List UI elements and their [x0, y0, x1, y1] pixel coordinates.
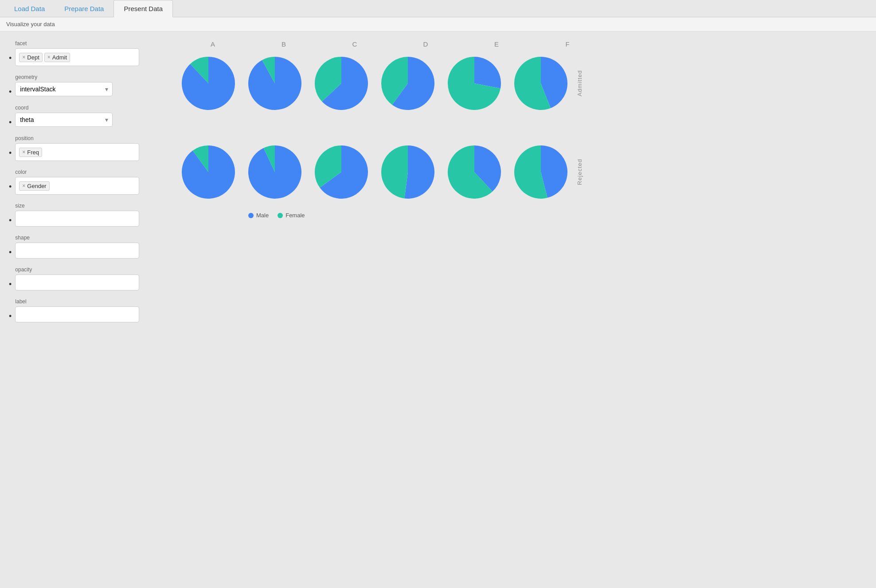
col-header-f: F [532, 40, 603, 48]
chart-row-rejected: Rejected [177, 141, 867, 203]
legend-female: Female [278, 212, 305, 219]
bullet-color: • [9, 182, 12, 192]
pie-0-5 [510, 52, 572, 114]
legend-dot-male [248, 213, 254, 218]
pie-1-4 [443, 141, 505, 203]
tag-dept[interactable]: × Dept [19, 53, 42, 62]
bullet-facet: • [9, 54, 12, 63]
left-panel: • facet × Dept × Admit • geomet [0, 36, 168, 335]
bullet-opacity: • [9, 280, 12, 289]
pie-1-5 [510, 141, 572, 203]
pie-0-0 [177, 52, 239, 114]
bullet-label: • [9, 312, 12, 321]
legend-dot-female [278, 213, 283, 218]
tag-admit-remove[interactable]: × [47, 54, 51, 60]
tab-present-data[interactable]: Present Data [113, 0, 173, 17]
pie-1-2 [310, 141, 372, 203]
pie-0-2 [310, 52, 372, 114]
label-geometry: geometry [15, 74, 160, 80]
tab-load-data[interactable]: Load Data [4, 0, 55, 17]
label-coord: coord [15, 105, 160, 111]
field-row-coord: • coord theta polar cartesian [9, 105, 160, 127]
field-block-opacity: opacity [15, 267, 160, 290]
field-block-geometry: geometry intervalStack interval line poi… [15, 74, 160, 96]
chart-rows: Admitted Rejected [177, 52, 867, 203]
bullet-shape: • [9, 248, 12, 257]
pie-1-1 [244, 141, 306, 203]
tab-bar: Load Data Prepare Data Present Data [0, 0, 876, 17]
pie-0-3 [377, 52, 439, 114]
tag-freq-remove[interactable]: × [22, 149, 25, 155]
col-header-d: D [390, 40, 461, 48]
tag-gender-remove[interactable]: × [22, 183, 25, 189]
field-block-size: size [15, 203, 160, 227]
right-panel: A B C D E F Admitted Rejected [168, 36, 876, 335]
field-block-color: color × Gender [15, 169, 160, 195]
chart-grid: A B C D E F Admitted Rejected [177, 40, 867, 219]
pie-1-0 [177, 141, 239, 203]
label-opacity: opacity [15, 267, 160, 273]
field-block-label: label [15, 298, 160, 322]
page-subtitle: Visualize your data [0, 17, 876, 31]
legend-label-male: Male [256, 212, 269, 219]
geometry-select[interactable]: intervalStack interval line point [15, 82, 113, 96]
tag-admit-label: Admit [52, 54, 67, 61]
size-input[interactable] [15, 211, 139, 227]
pie-0-1 [244, 52, 306, 114]
field-block-coord: coord theta polar cartesian [15, 105, 160, 127]
bullet-geometry: • [9, 87, 12, 97]
col-headers: A B C D E F [177, 40, 867, 48]
legend: Male Female [248, 212, 867, 219]
coord-select-wrapper: theta polar cartesian [15, 113, 113, 127]
field-row-shape: • shape [9, 235, 160, 259]
field-row-size: • size [9, 203, 160, 227]
main-content: • facet × Dept × Admit • geomet [0, 31, 876, 339]
bullet-coord: • [9, 118, 12, 127]
tag-gender-label: Gender [27, 183, 46, 189]
tag-freq[interactable]: × Freq [19, 148, 42, 157]
bullet-size: • [9, 216, 12, 225]
field-row-geometry: • geometry intervalStack interval line p… [9, 74, 160, 97]
field-row-opacity: • opacity [9, 267, 160, 290]
tag-dept-label: Dept [27, 54, 39, 61]
chart-row-admitted: Admitted [177, 52, 867, 114]
label-position: position [15, 135, 160, 141]
label-size: size [15, 203, 160, 209]
tab-prepare-data[interactable]: Prepare Data [55, 0, 113, 17]
pie-1-3 [377, 141, 439, 203]
label-color: color [15, 169, 160, 175]
tag-admit[interactable]: × Admit [44, 53, 70, 62]
tag-dept-remove[interactable]: × [22, 54, 25, 60]
label-shape: shape [15, 235, 160, 241]
shape-input[interactable] [15, 243, 139, 259]
tag-freq-label: Freq [27, 149, 39, 156]
tag-gender[interactable]: × Gender [19, 181, 49, 191]
row-label-admitted: Admitted [576, 70, 583, 96]
field-block-facet: facet × Dept × Admit [15, 40, 160, 66]
field-row-label: • label [9, 298, 160, 322]
pies-rejected [177, 141, 572, 203]
col-header-a: A [177, 40, 248, 48]
field-block-position: position × Freq [15, 135, 160, 161]
geometry-select-wrapper: intervalStack interval line point [15, 82, 113, 96]
bullet-position: • [9, 149, 12, 158]
field-block-shape: shape [15, 235, 160, 259]
field-row-facet: • facet × Dept × Admit [9, 40, 160, 66]
pie-0-4 [443, 52, 505, 114]
label-facet: facet [15, 40, 160, 47]
label-input[interactable] [15, 306, 139, 322]
coord-select[interactable]: theta polar cartesian [15, 113, 113, 127]
label-label: label [15, 298, 160, 305]
opacity-input[interactable] [15, 274, 139, 290]
pies-admitted [177, 52, 572, 114]
field-row-color: • color × Gender [9, 169, 160, 195]
col-header-e: E [461, 40, 532, 48]
position-tag-input[interactable]: × Freq [15, 143, 139, 161]
legend-label-female: Female [285, 212, 305, 219]
col-header-c: C [319, 40, 390, 48]
color-tag-input[interactable]: × Gender [15, 177, 139, 195]
field-row-position: • position × Freq [9, 135, 160, 161]
facet-tag-input[interactable]: × Dept × Admit [15, 48, 139, 66]
col-header-b: B [248, 40, 319, 48]
legend-male: Male [248, 212, 269, 219]
